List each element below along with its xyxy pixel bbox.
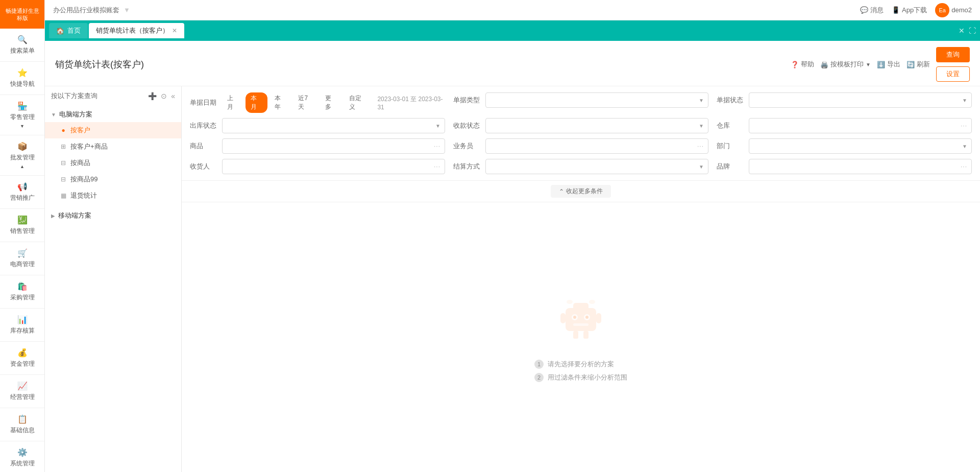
main-area: 办公用品行业模拟账套 ▼ 💬 消息 📱 App下载 Ea demo2 🏠 首页 … [45, 0, 980, 472]
return-stat-icon: ▦ [59, 192, 67, 200]
filter-area: 单据日期 上月 本月 本年 近7天 更多 自定义 2023-03-01 至 20… [182, 86, 980, 181]
sidebar-item-basic[interactable]: 📋 基础信息 [0, 408, 44, 441]
chevron-up-icon: ▲ [20, 164, 24, 169]
tab-close-icon[interactable]: ✕ [172, 27, 177, 34]
filter-row-2: 商品 ··· 业务员 ··· [190, 138, 972, 154]
empty-illustration [555, 293, 606, 351]
help-button[interactable]: ❓ 帮助 [791, 60, 814, 69]
date-range-text: 2023-03-01 至 2023-03-31 [377, 95, 445, 111]
svg-rect-10 [583, 331, 589, 339]
payment-filter: 结算方式 ▼ [453, 159, 708, 174]
sidebar-item-marketing[interactable]: 📢 营销推广 [0, 176, 44, 209]
scheme-return-stat[interactable]: ▦ 退货统计 [45, 187, 181, 204]
collapse-button[interactable]: ⌃ 收起更多条件 [551, 185, 611, 198]
svg-rect-9 [573, 331, 578, 339]
department-select[interactable]: ▼ [749, 138, 972, 154]
body-area: 按以下方案查询 ➕ ⊙ « ▼ 电脑端方案 ● 按客户 [45, 86, 980, 472]
breadcrumb: 办公用品行业模拟账套 ▼ [53, 6, 130, 15]
empty-tips: 1 请先选择要分析的方案 2 用过滤条件来缩小分析范围 [534, 360, 627, 382]
left-panel-icons: ➕ ⊙ « [148, 92, 175, 100]
mobile-schemes-header[interactable]: ▶ 移动端方案 [45, 208, 181, 223]
brand-filter: 品牌 ··· [717, 159, 972, 174]
collapse-panel-icon[interactable]: « [171, 92, 175, 100]
filter-row-3: 收货人 ··· 结算方式 ▼ [190, 159, 972, 174]
breadcrumb-text: 办公用品行业模拟账套 [53, 6, 119, 15]
date-tab-more[interactable]: 更多 [320, 92, 341, 113]
sidebar-item-search[interactable]: 🔍 搜索菜单 [0, 29, 44, 62]
brand-input[interactable]: ··· [749, 159, 972, 174]
out-status-select[interactable]: ▼ [222, 118, 445, 133]
payment-select[interactable]: ▼ [485, 159, 708, 174]
sidebar-item-inventory[interactable]: 📊 库存核算 [0, 309, 44, 342]
sidebar-item-quicknav[interactable]: ⭐ 快捷导航 [0, 62, 44, 95]
sidebar-item-retail[interactable]: 🏪 零售管理 ▼ [0, 95, 44, 135]
add-scheme-icon[interactable]: ➕ [148, 92, 157, 100]
doc-type-select[interactable]: ▼ [485, 92, 708, 108]
scheme-by-goods99[interactable]: ⊟ 按商品99 [45, 171, 181, 187]
date-tab-custom[interactable]: 自定义 [344, 92, 372, 113]
receiver-filter: 收货人 ··· [190, 159, 445, 174]
retail-icon: 🏪 [17, 101, 28, 111]
scheme-by-customer-goods[interactable]: ⊞ 按客户+商品 [45, 138, 181, 155]
edit-scheme-icon[interactable]: ⊙ [161, 92, 167, 100]
doc-status-filter: 单据状态 ▼ [717, 92, 972, 108]
pc-expand-icon: ▼ [51, 112, 56, 117]
warehouse-input[interactable]: ··· [749, 118, 972, 133]
doc-status-select[interactable]: ▼ [749, 92, 972, 108]
date-tab-this-year[interactable]: 本年 [270, 92, 291, 113]
receiver-input[interactable]: ··· [222, 159, 445, 174]
print-icon: 🖨️ [820, 61, 828, 68]
date-tab-last-month[interactable]: 上月 [222, 92, 243, 113]
user-area[interactable]: Ea demo2 [935, 3, 972, 17]
mobile-expand-icon: ▶ [51, 213, 55, 219]
messages-button[interactable]: 💬 消息 [860, 6, 884, 15]
sidebar-item-wholesale[interactable]: 📦 批发管理 ▲ [0, 135, 44, 176]
svg-point-12 [589, 300, 595, 304]
tip-2: 2 用过滤条件来缩小分析范围 [534, 373, 627, 382]
sidebar-item-sales[interactable]: 💹 销售管理 [0, 209, 44, 242]
tab-sales-stat[interactable]: 销货单统计表（按客户） ✕ [89, 23, 184, 38]
sidebar-item-system[interactable]: ⚙️ 系统管理 [0, 441, 44, 472]
svg-rect-7 [560, 313, 566, 323]
sidebar-item-ecommerce[interactable]: 🛒 电商管理 [0, 242, 44, 275]
salesperson-input[interactable]: ··· [485, 138, 708, 154]
sidebar-item-finance[interactable]: 💰 资金管理 [0, 342, 44, 375]
date-tabs: 上月 本月 本年 近7天 更多 自定义 2023-03-01 至 2023-03… [222, 92, 445, 113]
pc-schemes-section: ▼ 电脑端方案 ● 按客户 ⊞ 按客户+商品 ⊟ 按商品 [45, 105, 181, 206]
customer-goods-icon: ⊞ [59, 143, 67, 151]
close-window-icon[interactable]: ✕ [959, 27, 965, 35]
refresh-button[interactable]: 🔄 刷新 [906, 60, 930, 69]
date-tab-last-7-days[interactable]: 近7天 [293, 92, 318, 113]
date-tab-this-month[interactable]: 本月 [246, 92, 267, 113]
tab-home[interactable]: 🏠 首页 [49, 23, 88, 38]
warehouse-filter: 仓库 ··· [717, 118, 972, 133]
search-icon: 🔍 [17, 35, 28, 44]
page-actions: ❓ 帮助 🖨️ 按模板打印 ▼ ⬇️ 导出 🔄 刷新 查询 [791, 47, 970, 82]
goods-input[interactable]: ··· [222, 138, 445, 154]
pc-schemes-header[interactable]: ▼ 电脑端方案 [45, 107, 181, 122]
settings-button[interactable]: 设置 [936, 66, 970, 82]
app-download-button[interactable]: 📱 App下载 [892, 6, 927, 15]
department-filter: 部门 ▼ [717, 138, 972, 154]
receipt-status-select[interactable]: ▼ [485, 118, 708, 133]
tab-bar: 🏠 首页 销货单统计表（按客户） ✕ ✕ ⛶ [45, 20, 980, 41]
query-button[interactable]: 查询 [936, 47, 970, 62]
salesperson-filter: 业务员 ··· [453, 138, 708, 154]
export-button[interactable]: ⬇️ 导出 [877, 60, 900, 69]
brand-dots-icon: ··· [961, 163, 967, 170]
scheme-by-customer[interactable]: ● 按客户 [45, 122, 181, 138]
maximize-icon[interactable]: ⛶ [969, 27, 976, 35]
scheme-by-goods[interactable]: ⊟ 按商品 [45, 155, 181, 171]
sidebar-item-operation[interactable]: 📈 经营管理 [0, 375, 44, 408]
sidebar-item-purchase[interactable]: 🛍️ 采购管理 [0, 275, 44, 309]
sidebar-menu: 🔍 搜索菜单 ⭐ 快捷导航 🏪 零售管理 ▼ 📦 批发管理 ▲ 📢 营销推广 💹… [0, 29, 44, 472]
download-icon: 📱 [892, 6, 900, 14]
svg-point-11 [567, 300, 573, 304]
star-icon: ⭐ [17, 68, 28, 78]
print-chevron-icon: ▼ [866, 62, 871, 67]
svg-point-4 [573, 316, 576, 319]
template-print-button[interactable]: 🖨️ 按模板打印 ▼ [820, 60, 871, 69]
receipt-status-filter: 收款状态 ▼ [453, 118, 708, 133]
logo: 畅捷通好生意 标版 [0, 0, 44, 29]
svg-rect-8 [596, 313, 601, 323]
